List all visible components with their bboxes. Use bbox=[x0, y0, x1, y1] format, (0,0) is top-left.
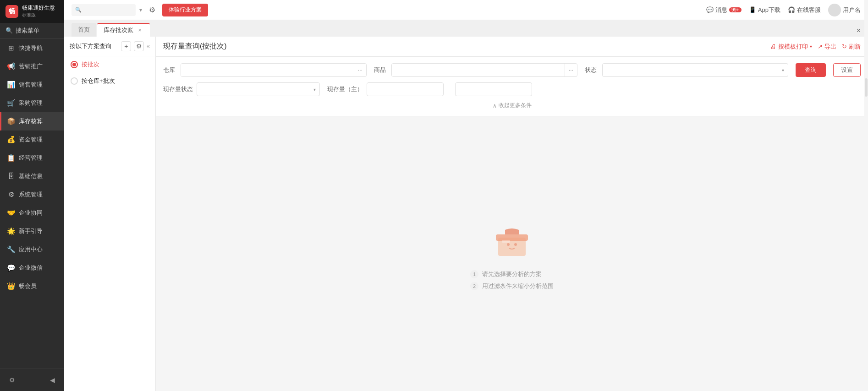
warehouse-input[interactable] bbox=[181, 64, 354, 76]
field-settings-btn[interactable]: 设置 bbox=[833, 63, 861, 77]
qty-dash: — bbox=[446, 86, 452, 93]
scroll-indicator[interactable] bbox=[864, 37, 868, 391]
tip-text-2: 用过滤条件来缩小分析范围 bbox=[482, 282, 554, 290]
app-download-icon: 📱 bbox=[749, 6, 756, 13]
tab-close-btn[interactable]: × bbox=[136, 27, 143, 34]
warehouse-field: 仓库 ··· bbox=[163, 63, 367, 77]
operations-icon: 📋 bbox=[7, 154, 15, 162]
empty-state: 1 请先选择要分析的方案 2 用过滤条件来缩小分析范围 bbox=[156, 116, 868, 391]
sidebar-item-label: 企业微信 bbox=[19, 264, 43, 272]
collapse-more-btn[interactable]: ∧ 收起更多条件 bbox=[163, 102, 861, 109]
page-content: 按以下方案查询 + ⚙ « 按批次 按仓 bbox=[64, 37, 868, 391]
scroll-thumb bbox=[865, 78, 868, 97]
topbar-right: 💬 消息 99+ 📱 App下载 🎧 在线客服 用户名 bbox=[706, 4, 861, 16]
sales-icon: 📊 bbox=[7, 81, 15, 89]
product-label: 商品 bbox=[374, 66, 388, 74]
online-service-item[interactable]: 🎧 在线客服 bbox=[788, 6, 821, 14]
finance-icon: 💰 bbox=[7, 136, 15, 144]
sidebar-item-operations[interactable]: 📋 经营管理 bbox=[0, 149, 64, 167]
qty-min-input[interactable] bbox=[367, 82, 444, 96]
stock-status-label: 现存量状态 bbox=[163, 85, 193, 93]
sidebar-item-basic[interactable]: 🗄 基础信息 bbox=[0, 167, 64, 185]
user-avatar-item[interactable]: 用户名 bbox=[828, 4, 861, 16]
tip-num-2: 2 bbox=[470, 282, 478, 290]
filter-item-by-batch[interactable]: 按批次 bbox=[64, 56, 155, 73]
warehouse-label: 仓库 bbox=[163, 66, 177, 74]
topbar-gear-icon[interactable]: ⚙ bbox=[146, 4, 159, 16]
tab-bar-close-btn[interactable]: × bbox=[857, 27, 861, 35]
status-field: 状态 ▾ bbox=[585, 63, 788, 77]
wechat-icon: 💬 bbox=[7, 264, 15, 272]
messages-label: 消息 bbox=[715, 6, 727, 14]
stock-status-select[interactable]: ▾ bbox=[197, 82, 320, 96]
topbar-search-bar[interactable]: 🔍 bbox=[71, 4, 136, 16]
filter-row-2: 现存量状态 ▾ 现存量（主） — bbox=[163, 82, 861, 96]
sidebar-item-marketing[interactable]: 📢 营销推广 bbox=[0, 57, 64, 76]
print-btn[interactable]: 🖨 按模板打印 ▾ bbox=[770, 43, 812, 51]
product-input[interactable] bbox=[392, 64, 565, 76]
search-icon: 🔍 bbox=[5, 27, 13, 34]
sidebar-item-label: 经营管理 bbox=[19, 154, 43, 162]
settings-footer-icon[interactable]: ⚙ bbox=[5, 374, 18, 386]
tab-home[interactable]: 首页 bbox=[71, 23, 96, 37]
sidebar-item-member[interactable]: 👑 畅会员 bbox=[0, 277, 64, 295]
svg-rect-2 bbox=[502, 240, 510, 243]
sidebar-app-title: 畅康通好生意 bbox=[22, 5, 55, 12]
refresh-btn[interactable]: ↻ 刷新 bbox=[842, 43, 861, 51]
page-title-bar: 现存量查询(按批次) 🖨 按模板打印 ▾ ↗ 导出 ↻ 刷新 bbox=[156, 37, 868, 57]
filter-panel-title: 按以下方案查询 bbox=[70, 42, 111, 50]
svg-point-4 bbox=[514, 243, 517, 246]
sidebar-item-quick-nav[interactable]: ⊞ 快捷导航 bbox=[0, 39, 64, 57]
empty-tips: 1 请先选择要分析的方案 2 用过滤条件来缩小分析范围 bbox=[470, 270, 554, 290]
product-dots[interactable]: ··· bbox=[565, 64, 577, 76]
user-name: 用户名 bbox=[843, 6, 861, 14]
empty-icon bbox=[489, 217, 535, 263]
system-icon: ⚙ bbox=[7, 190, 15, 199]
message-icon: 💬 bbox=[706, 6, 714, 13]
filter-settings-btn[interactable]: ⚙ bbox=[134, 41, 144, 51]
sidebar-item-finance[interactable]: 💰 资金管理 bbox=[0, 130, 64, 149]
sidebar-item-inventory[interactable]: 📦 库存核算 bbox=[0, 112, 64, 130]
filter-header-actions: + ⚙ « bbox=[121, 41, 150, 51]
export-label: 导出 bbox=[824, 43, 836, 51]
sidebar-item-label: 系统管理 bbox=[19, 190, 43, 199]
svg-point-3 bbox=[507, 243, 510, 246]
sidebar-item-sales[interactable]: 📊 销售管理 bbox=[0, 76, 64, 94]
status-select[interactable]: ▾ bbox=[602, 63, 788, 77]
sidebar-item-enterprise[interactable]: 🤝 企业协同 bbox=[0, 204, 64, 222]
sidebar-item-label: 营销推广 bbox=[19, 62, 43, 71]
sidebar-item-newbie[interactable]: 🌟 新手引导 bbox=[0, 222, 64, 240]
sidebar-search[interactable]: 🔍 搜索菜单 bbox=[0, 23, 64, 39]
basic-icon: 🗄 bbox=[7, 172, 15, 180]
app-download-item[interactable]: 📱 App下载 bbox=[749, 6, 780, 14]
query-btn[interactable]: 查询 bbox=[796, 63, 826, 77]
qty-max-input[interactable] bbox=[455, 82, 532, 96]
topbar-search-icon: 🔍 bbox=[75, 7, 82, 13]
warehouse-input-wrapper[interactable]: ··· bbox=[181, 63, 367, 77]
filter-add-btn[interactable]: + bbox=[121, 41, 131, 51]
print-dropdown-icon[interactable]: ▾ bbox=[810, 44, 812, 49]
export-btn[interactable]: ↗ 导出 bbox=[818, 43, 836, 51]
filter-panel-header: 按以下方案查询 + ⚙ « bbox=[64, 37, 155, 56]
warehouse-dots[interactable]: ··· bbox=[354, 64, 366, 76]
collapse-sidebar-icon[interactable]: ◀ bbox=[46, 374, 59, 386]
filter-item-by-warehouse-batch[interactable]: 按仓库+批次 bbox=[64, 73, 155, 89]
sidebar-item-system[interactable]: ⚙ 系统管理 bbox=[0, 185, 64, 204]
sidebar-item-app-center[interactable]: 🔧 应用中心 bbox=[0, 240, 64, 259]
filter-item-by-warehouse-batch-label: 按仓库+批次 bbox=[82, 77, 115, 85]
messages-badge: 99+ bbox=[729, 7, 742, 12]
tabbar: 首页 库存批次账 × × bbox=[64, 20, 868, 37]
sidebar-item-label: 快捷导航 bbox=[19, 44, 43, 52]
refresh-label: 刷新 bbox=[849, 43, 861, 51]
tab-current-label: 库存批次账 bbox=[104, 26, 133, 34]
messages-item[interactable]: 💬 消息 99+ bbox=[706, 6, 742, 14]
sidebar-item-purchase[interactable]: 🛒 采购管理 bbox=[0, 94, 64, 112]
tab-inventory-batch[interactable]: 库存批次账 × bbox=[97, 23, 150, 37]
product-input-wrapper[interactable]: ··· bbox=[391, 63, 577, 77]
topbar-dropdown-icon[interactable]: ▾ bbox=[139, 7, 142, 13]
experience-btn[interactable]: 体验行业方案 bbox=[162, 4, 208, 16]
content-area: 现存量查询(按批次) 🖨 按模板打印 ▾ ↗ 导出 ↻ 刷新 bbox=[156, 37, 868, 391]
user-avatar bbox=[828, 4, 841, 16]
filter-collapse-btn[interactable]: « bbox=[147, 43, 150, 49]
sidebar-item-wechat[interactable]: 💬 企业微信 bbox=[0, 259, 64, 277]
